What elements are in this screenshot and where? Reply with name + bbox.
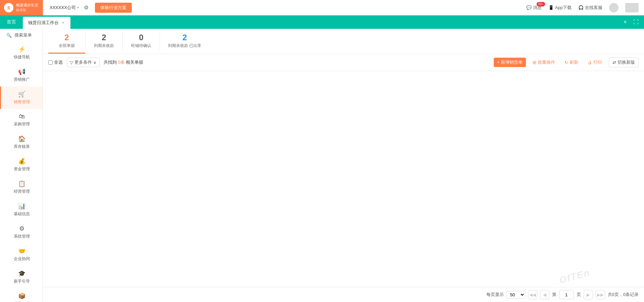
- summary-label-overdue-unshipped: 到期未收款 已出库: [168, 43, 201, 49]
- toolbar-left: 全选 ▽ 更多条件 ∨ 共找到 0条 相关单据: [48, 58, 143, 67]
- sidebar-item-inventory[interactable]: 🏠 库存核算: [0, 131, 43, 154]
- sidebar-label-inventory: 库存核算: [14, 144, 30, 149]
- message-badge: 99+: [537, 2, 545, 6]
- sidebar-label-guide: 新手引导: [14, 279, 30, 284]
- company-chevron-icon: ▾: [77, 6, 79, 9]
- sidebar-item-cooperation[interactable]: 🤝 企业协同: [0, 243, 43, 266]
- gear-icon: ⚙: [84, 4, 89, 11]
- sidebar-item-quick-nav[interactable]: ⚡ 快捷导航: [0, 42, 43, 64]
- sidebar-label-purchase: 采购管理: [14, 121, 30, 127]
- app-download-item[interactable]: 📱 App下载: [548, 5, 572, 11]
- company-name: XXXXXX公司: [50, 5, 76, 11]
- user-name-area[interactable]: [625, 3, 639, 12]
- sidebar-label-operations: 经营管理: [14, 189, 30, 194]
- guide-icon: 🎓: [18, 270, 25, 277]
- purchase-icon: 🛍: [19, 113, 25, 120]
- sidebar-label-sales: 销售管理: [14, 99, 30, 105]
- first-page-button[interactable]: ◀◀: [528, 290, 537, 299]
- new-sales-order-button[interactable]: + 新增销货单: [494, 58, 526, 67]
- sidebar-item-sales[interactable]: 🛒 销售管理: [0, 86, 43, 109]
- toolbar-right: + 新增销货单 ⊞ 批量操作 ↻ 刷新 🖨 打印 ⇄ 切换新版: [494, 57, 639, 67]
- batch-operation-button[interactable]: ⊞ 批量操作: [530, 58, 558, 67]
- print-icon: 🖨: [588, 60, 592, 65]
- tab-bar-right: × ⛶: [621, 18, 644, 26]
- refresh-button[interactable]: ↻ 刷新: [562, 58, 581, 67]
- sidebar-item-finance[interactable]: 💰 资金管理: [0, 154, 43, 176]
- per-page-label: 每页显示: [486, 292, 504, 298]
- per-page-select[interactable]: 50 10 20 100: [506, 291, 525, 299]
- sidebar-item-basic-info[interactable]: 📊 基础信息: [0, 198, 43, 221]
- message-item[interactable]: 💬 消息 99+: [526, 5, 542, 11]
- summary-num-pending-confirm: 0: [139, 33, 143, 42]
- sidebar: 🔍 搜索菜单 ⚡ 快捷导航 📢 营销推广 🛒 销售管理 🛍 采购管理 🏠 库存核…: [0, 29, 43, 302]
- prev-page-button[interactable]: ◀: [540, 290, 549, 299]
- tab-close-button[interactable]: ×: [61, 20, 65, 26]
- sidebar-item-marketing[interactable]: 📢 营销推广: [0, 64, 43, 86]
- filter-icon: ▽: [70, 60, 73, 65]
- operations-icon: 📋: [18, 180, 25, 187]
- sidebar-label-basic-info: 基础信息: [14, 211, 30, 217]
- switch-new-version-button[interactable]: ⇄ 切换新版: [609, 57, 639, 67]
- summary-num-overdue-unpaid: 2: [102, 33, 106, 42]
- logo-text: 畅捷通好生意: [16, 3, 38, 7]
- top-bar: 6 畅捷通好生意 标准版 XXXXXX公司 ▾ ⚙ 体验行业方案 💬 消息 99…: [0, 0, 644, 15]
- sidebar-item-app-center[interactable]: 📦 应用中心: [0, 288, 43, 302]
- logo-area: 6 畅捷通好生意 标准版: [0, 0, 43, 15]
- sidebar-label-cooperation: 企业协同: [14, 256, 30, 262]
- last-page-button[interactable]: ▶▶: [596, 290, 605, 299]
- app-center-icon: 📦: [18, 292, 25, 300]
- total-records: 共0页，0条记录: [608, 292, 639, 298]
- page-label: 第: [552, 292, 556, 298]
- avatar[interactable]: [609, 3, 619, 12]
- tab-bar: 首页 钱货日清工作台 × × ⛶: [0, 15, 644, 29]
- sidebar-search-menu[interactable]: 🔍 搜索菜单: [0, 29, 43, 42]
- select-all-checkbox[interactable]: 全选: [48, 59, 63, 65]
- sidebar-item-system[interactable]: ⚙ 系统管理: [0, 221, 43, 243]
- sidebar-label-finance: 资金管理: [14, 166, 30, 172]
- search-menu-label: 搜索菜单: [14, 32, 32, 38]
- page-suffix: 页: [577, 292, 581, 298]
- mobile-icon: 📱: [548, 5, 554, 10]
- tab-minimize-button[interactable]: ×: [621, 18, 629, 26]
- next-page-button[interactable]: ▶: [584, 290, 593, 299]
- pagination: 每页显示 50 10 20 100 ◀◀ ◀ 第 页 ▶ ▶▶ 共0页，0条记录: [43, 287, 644, 302]
- summary-tab-pending-confirm[interactable]: 0 旺铺待确认: [123, 29, 160, 54]
- refresh-icon: ↻: [565, 60, 568, 65]
- sidebar-label-quick-nav: 快捷导航: [14, 54, 30, 60]
- summary-tab-overdue-unpaid[interactable]: 2 到期未收款: [86, 29, 122, 54]
- message-icon: 💬: [526, 5, 532, 10]
- tab-maximize-button[interactable]: ⛶: [632, 18, 640, 26]
- headset-icon: 🎧: [578, 5, 584, 10]
- sidebar-label-marketing: 营销推广: [14, 77, 30, 82]
- search-icon: 🔍: [6, 33, 12, 38]
- settings-button[interactable]: ⚙: [82, 3, 91, 12]
- online-service-item[interactable]: 🎧 在线客服: [578, 5, 602, 11]
- table-area: [43, 71, 644, 287]
- summary-tab-overdue-unshipped[interactable]: 2 到期未收款 已出库: [160, 29, 209, 54]
- quick-nav-icon: ⚡: [18, 46, 25, 53]
- sales-icon: 🛒: [18, 90, 25, 98]
- page-input[interactable]: [559, 290, 574, 299]
- layout: 🔍 搜索菜单 ⚡ 快捷导航 📢 营销推广 🛒 销售管理 🛍 采购管理 🏠 库存核…: [0, 29, 644, 302]
- company-selector[interactable]: XXXXXX公司 ▾: [50, 5, 79, 11]
- summary-tab-all[interactable]: 2 全部单据: [48, 29, 85, 54]
- tab-active[interactable]: 钱货日清工作台 ×: [23, 17, 70, 29]
- logo-icon: 6: [4, 3, 13, 12]
- select-all-input[interactable]: [48, 60, 53, 65]
- sidebar-item-operations[interactable]: 📋 经营管理: [0, 176, 43, 198]
- tab-home[interactable]: 首页: [0, 15, 23, 29]
- trial-button[interactable]: 体验行业方案: [95, 3, 132, 13]
- toolbar: 全选 ▽ 更多条件 ∨ 共找到 0条 相关单据 + 新增销货单 ⊞: [43, 54, 644, 71]
- main-content: 2 全部单据 2 到期未收款 0 旺铺待确认 2 到期未收款 已出库: [43, 29, 644, 302]
- logo-sub: 标准版: [16, 8, 38, 12]
- sidebar-item-purchase[interactable]: 🛍 采购管理: [0, 109, 43, 131]
- finance-icon: 💰: [18, 158, 25, 165]
- summary-num-overdue-unshipped: 2: [182, 33, 187, 42]
- switch-icon: ⇄: [612, 60, 616, 65]
- print-button[interactable]: 🖨 打印: [585, 58, 605, 67]
- sidebar-item-guide[interactable]: 🎓 新手引导: [0, 266, 43, 288]
- filter-button[interactable]: ▽ 更多条件 ∨: [67, 58, 100, 67]
- summary-num-all: 2: [64, 33, 69, 42]
- found-count: 0条: [118, 60, 125, 65]
- marketing-icon: 📢: [18, 68, 25, 75]
